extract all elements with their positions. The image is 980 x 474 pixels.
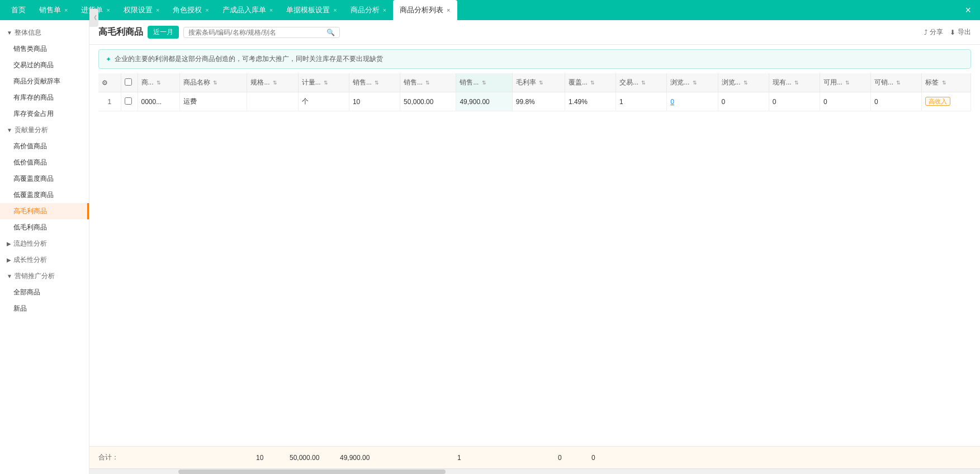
window-close-button[interactable]: × (960, 4, 976, 16)
nav-sales[interactable]: 销售单 × (32, 0, 74, 20)
sort-icon: ⇅ (213, 80, 217, 86)
share-button[interactable]: ⤴ 分享 (924, 27, 943, 37)
footer-label: 合计： (98, 453, 119, 462)
main-layout: ▼ 整体信息 销售类商品 交易过的商品 商品分贡献辞率 有库存的商品 库存资金占… (0, 20, 980, 474)
nav-right: × (960, 4, 976, 16)
select-all-checkbox[interactable] (125, 78, 132, 86)
sidebar-collapse-button[interactable]: 《 (89, 9, 98, 27)
col-gross-margin[interactable]: 毛利率 ⇅ (512, 73, 565, 92)
search-box[interactable]: 🔍 (183, 27, 340, 38)
sort-icon: ⇅ (425, 80, 430, 86)
sidebar: ▼ 整体信息 销售类商品 交易过的商品 商品分贡献辞率 有库存的商品 库存资金占… (0, 20, 89, 474)
col-settings[interactable]: ⚙ (98, 73, 121, 92)
close-product-analysis-tab[interactable]: × (383, 7, 386, 13)
row-select-checkbox[interactable] (125, 97, 132, 105)
table-row: 1 0000... 运费 个 10 50,000.00 49,900.00 99… (98, 92, 971, 111)
sidebar-item-in-stock[interactable]: 有库存的商品 (0, 90, 89, 106)
sidebar-item-low-value[interactable]: 低价值商品 (0, 154, 89, 171)
sidebar-group-trend[interactable]: ▶ 流趋性分析 (0, 236, 89, 252)
sidebar-item-all-goods[interactable]: 全部商品 (0, 284, 89, 301)
nav-roles[interactable]: 角色授权 × (166, 0, 215, 20)
col-tag[interactable]: 标签 ⇅ (922, 73, 971, 92)
row-stock-current: 0 (769, 92, 820, 111)
col-code[interactable]: 商... ⇅ (138, 73, 179, 92)
sort-icon: ⇅ (157, 80, 161, 86)
row-checkbox[interactable] (121, 92, 138, 111)
horizontal-scrollbar[interactable] (89, 468, 980, 474)
close-product-analysis-list-tab[interactable]: × (447, 7, 450, 13)
nav-template-settings[interactable]: 单据模板设置 × (280, 0, 343, 20)
sidebar-item-contribution-rate[interactable]: 商品分贡献辞率 (0, 73, 89, 90)
col-sales-amount[interactable]: 销售... ⇅ (400, 73, 456, 92)
row-name: 运费 (179, 92, 247, 111)
arrow-icon: ▼ (7, 127, 12, 133)
col-spec[interactable]: 规格... ⇅ (247, 73, 298, 92)
close-roles-tab[interactable]: × (205, 7, 209, 13)
row-sales-amount: 50,000.00 (400, 92, 456, 111)
footer-cells: 10 50,000.00 49,900.00 1 0 0 (119, 454, 971, 462)
sidebar-group-overall[interactable]: ▼ 整体信息 (0, 25, 89, 41)
footer-spacer3 (219, 454, 253, 462)
nav-finished-goods[interactable]: 产成品入库单 × (216, 0, 280, 20)
search-icon[interactable]: 🔍 (326, 29, 335, 36)
close-sales-tab[interactable]: × (64, 7, 68, 13)
close-permissions-tab[interactable]: × (156, 7, 159, 13)
col-unit[interactable]: 计量... ⇅ (298, 73, 349, 92)
sidebar-group-contribution[interactable]: ▼ 贡献量分析 (0, 122, 89, 138)
row-gross-margin: 99.8% (512, 92, 565, 111)
sidebar-item-sales-goods[interactable]: 销售类商品 (0, 41, 89, 57)
export-button[interactable]: ⬇ 导出 (950, 27, 971, 37)
sidebar-item-new-goods[interactable]: 新品 (0, 301, 89, 317)
close-finished-goods-tab[interactable]: × (269, 7, 273, 13)
table-header-row: ⚙ 商... ⇅ 商品名称 ⇅ (98, 73, 971, 92)
col-stock-current[interactable]: 现有... ⇅ (769, 73, 820, 92)
close-template-settings-tab[interactable]: × (333, 7, 337, 13)
arrow-icon: ▶ (7, 257, 11, 263)
footer-sales-profit: 49,900.00 (337, 454, 387, 462)
nav-product-analysis-list[interactable]: 商品分析列表 × (393, 0, 457, 20)
footer-spacer6 (487, 454, 521, 462)
sidebar-item-inventory-capital[interactable]: 库存资金占用 (0, 106, 89, 122)
row-stock-available: 0 (820, 92, 870, 111)
col-sales-qty[interactable]: 销售... ⇅ (349, 73, 400, 92)
col-trade[interactable]: 交易... ⇅ (616, 73, 667, 92)
header-actions: ⤴ 分享 ⬇ 导出 (924, 27, 971, 37)
tag-badge: 高收入 (925, 97, 950, 106)
sort-icon: ⇅ (794, 80, 799, 86)
row-spec (247, 92, 298, 111)
sidebar-item-high-coverage[interactable]: 高覆盖度商品 (0, 171, 89, 187)
close-purchase-tab[interactable]: × (106, 7, 110, 13)
info-banner: ✦ 企业的主要的利润都是这部分商品创造的，可考虑加大推广，同时关注库存是不要出现… (98, 49, 971, 69)
nav-home[interactable]: 首页 (4, 0, 32, 20)
table-container[interactable]: ⚙ 商... ⇅ 商品名称 ⇅ (89, 73, 980, 446)
nav-product-analysis[interactable]: 商品分析 × (344, 0, 393, 20)
sidebar-item-traded-goods[interactable]: 交易过的商品 (0, 57, 89, 73)
arrow-icon: ▶ (7, 241, 11, 247)
col-checkbox (121, 73, 138, 92)
sidebar-group-marketing[interactable]: ▼ 营销推广分析 (0, 268, 89, 284)
row-coverage: 1.49% (565, 92, 616, 111)
sidebar-item-high-value[interactable]: 高价值商品 (0, 138, 89, 154)
nav-permissions[interactable]: 权限设置 × (117, 0, 166, 20)
col-views2[interactable]: 浏览... ⇅ (718, 73, 769, 92)
sidebar-item-high-margin[interactable]: 高毛利商品 (0, 203, 89, 219)
scrollbar-thumb[interactable] (178, 470, 446, 474)
col-stock-available[interactable]: 可用... ⇅ (820, 73, 870, 92)
sidebar-group-growth[interactable]: ▶ 成长性分析 (0, 252, 89, 268)
page-title: 高毛利商品 (98, 26, 143, 38)
sort-icon: ⇅ (539, 80, 543, 86)
col-coverage[interactable]: 覆盖... ⇅ (565, 73, 616, 92)
filter-recent-month-button[interactable]: 近一月 (148, 26, 179, 39)
sidebar-item-low-coverage[interactable]: 低覆盖度商品 (0, 187, 89, 203)
top-nav: 首页 销售单 × 进货单 × 权限设置 × 角色授权 × 产成品入库单 × 单据… (0, 0, 980, 20)
col-sales-profit[interactable]: 销售... ⇅ (456, 73, 512, 92)
col-views1[interactable]: 浏览... ⇅ (667, 73, 718, 92)
col-stock-saleable[interactable]: 可销... ⇅ (871, 73, 922, 92)
row-views1[interactable]: 0 (667, 92, 718, 111)
sidebar-item-low-margin[interactable]: 低毛利商品 (0, 219, 89, 236)
sort-icon: ⇅ (693, 80, 697, 86)
col-name[interactable]: 商品名称 ⇅ (179, 73, 247, 92)
search-input[interactable] (188, 29, 326, 36)
content-area: 高毛利商品 近一月 🔍 ⤴ 分享 ⬇ 导出 ✦ 企业的主要的利润都是这部分商品创… (89, 20, 980, 474)
info-icon: ✦ (106, 55, 111, 63)
